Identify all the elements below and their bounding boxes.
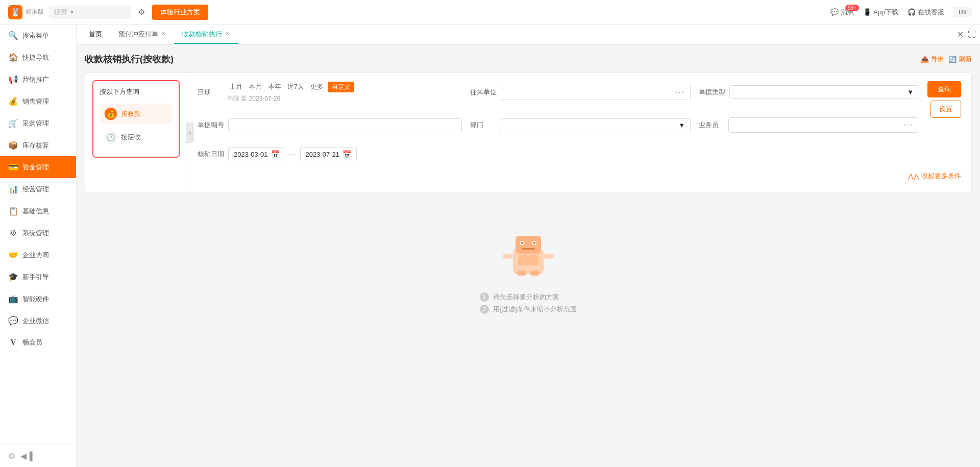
salesperson-select[interactable]: ··· [728, 117, 919, 133]
bill-no-input[interactable] [228, 118, 462, 132]
search-box[interactable]: 搜索 ▼ [49, 6, 131, 19]
calendar-start-icon[interactable]: 📅 [271, 150, 280, 158]
sidebar-item-inventory[interactable]: 📦 库存核算 [0, 134, 76, 156]
cart-icon: 🛒 [8, 118, 18, 128]
counterparty-label: 往来单位 [470, 88, 497, 97]
home-icon: 🏠 [8, 53, 18, 62]
page-title: 收款核销执行(按收款) [85, 53, 174, 65]
sidebar-item-marketing[interactable]: 📢 营销推广 [0, 68, 76, 90]
writeoff-end-value: 2023-07-21 [306, 151, 340, 158]
message-button[interactable]: 💬 消息 99+ [830, 8, 854, 17]
sidebar-item-operations[interactable]: 📊 经营管理 [0, 178, 76, 200]
brand-label: 标准版 [26, 8, 44, 16]
query-button[interactable]: 查询 [927, 81, 961, 97]
empty-illustration [500, 226, 556, 282]
bill-type-arrow-icon: ▼ [907, 88, 914, 96]
sidebar-item-basic-info[interactable]: 📋 基础信息 [0, 200, 76, 222]
writeoff-date-end-input[interactable]: 2023-07-21 📅 [300, 147, 357, 161]
sidebar-item-finance[interactable]: 💳 资金管理 [0, 156, 76, 178]
hint-num-1: 1 [480, 292, 489, 302]
sidebar-item-member[interactable]: V 畅会员 [0, 332, 76, 353]
receipt-option-icon: 💰 [105, 108, 117, 120]
date-7days[interactable]: 近7天 [285, 81, 306, 92]
counterparty-select[interactable]: ··· [501, 85, 691, 100]
sidebar-item-guide[interactable]: 🎓 新手引导 [0, 266, 76, 288]
date-this-month[interactable]: 本月 [247, 81, 264, 92]
user-label: Rit [959, 8, 967, 16]
setting-button[interactable]: 设置 [930, 101, 961, 118]
sidebar-item-label: 企业微信 [22, 316, 49, 326]
date-label: 日期 [198, 88, 223, 97]
svg-rect-6 [522, 248, 535, 250]
refresh-button[interactable]: 🔄 刷新 [948, 55, 972, 64]
tab-fullscreen-icon[interactable]: ⛶ [968, 30, 976, 39]
settings-bottom-icon[interactable]: ⚙ [8, 451, 15, 461]
service-icon: 🎧 [908, 8, 916, 16]
logo-icon: 🐰 [8, 5, 22, 19]
writeoff-start-value: 2023-03-01 [234, 151, 268, 158]
solution-button[interactable]: 体验行业方案 [152, 5, 208, 20]
page-header-actions: 📤 导出 🔄 刷新 [921, 55, 972, 64]
app-download-button[interactable]: 📱 App下载 [863, 8, 898, 17]
svg-point-4 [521, 242, 523, 244]
tab-bar: 首页 预付冲应付单 ✕ 收款核销执行 ✕ ✕ ⛶ [77, 24, 980, 45]
chart-icon: 📊 [8, 184, 18, 194]
hint-num-2: 2 [480, 305, 489, 314]
bill-type-select[interactable]: ▼ [729, 85, 919, 99]
sidebar-item-label: 系统管理 [22, 229, 49, 238]
calendar-end-icon[interactable]: 📅 [342, 150, 351, 158]
sidebar-item-label: 快捷导航 [22, 53, 49, 62]
filter-row-2: 单据编号 部门 ▼ [198, 117, 919, 133]
user-menu[interactable]: Rit [953, 7, 972, 17]
filter-option-by-receipt[interactable]: 💰 按收款 [100, 104, 173, 124]
search-icon: 🔍 [8, 31, 18, 40]
date-custom-badge[interactable]: 自定义 [328, 82, 354, 92]
date-last-month[interactable]: 上月 [227, 81, 244, 92]
filter-row-1: 日期 上月 本月 本年 近7天 更多 自定义 [198, 81, 919, 103]
collapse-sidebar-icon[interactable]: ◀▐ [20, 451, 32, 461]
collapse-filter-panel-button[interactable]: « [186, 122, 194, 143]
collapse-more-button[interactable]: ⋀⋀ 收起更多条件 [198, 168, 961, 184]
filter-option-receipt-label: 按收款 [121, 109, 141, 118]
svg-rect-11 [530, 271, 540, 276]
counterparty-field: 往来单位 ··· [470, 85, 691, 100]
svg-rect-8 [544, 254, 554, 259]
writeoff-date-start-input[interactable]: 2023-03-01 📅 [228, 147, 285, 161]
tab-home-label: 首页 [89, 30, 102, 39]
sidebar-item-label: 营销推广 [22, 75, 49, 84]
refresh-icon: 🔄 [948, 56, 957, 63]
sidebar-item-wechat[interactable]: 💬 企业微信 [0, 310, 76, 332]
tab-home[interactable]: 首页 [81, 26, 110, 44]
export-label: 导出 [931, 55, 944, 64]
date-this-year[interactable]: 本年 [266, 81, 283, 92]
filter-option-by-receivable[interactable]: 🕐 按应收 [100, 127, 173, 148]
sidebar-item-label: 畅会员 [22, 338, 42, 347]
top-bar-right: 💬 消息 99+ 📱 App下载 🎧 在线客服 Rit [830, 7, 972, 17]
salesperson-dots-icon: ··· [904, 120, 914, 130]
filter-options-border: 按以下方查询 💰 按收款 🕐 按应收 [92, 80, 180, 158]
sidebar-item-hardware[interactable]: 📺 智能硬件 [0, 288, 76, 310]
tab-prepay-close-icon[interactable]: ✕ [161, 31, 166, 37]
online-service-button[interactable]: 🎧 在线客服 [908, 8, 944, 17]
filter-left-panel: 按以下方查询 💰 按收款 🕐 按应收 « [85, 73, 187, 192]
sidebar-item-search-menu[interactable]: 🔍 搜索菜单 [0, 24, 76, 46]
export-button[interactable]: 📤 导出 [921, 55, 944, 64]
gear-icon[interactable]: ⚙ [138, 7, 145, 17]
sidebar-item-sales[interactable]: 💰 销售管理 [0, 90, 76, 112]
refresh-label: 刷新 [959, 55, 972, 64]
tab-receipt-writeoff[interactable]: 收款核销执行 ✕ [174, 26, 238, 44]
tab-receipt-writeoff-close-icon[interactable]: ✕ [225, 31, 230, 37]
sidebar-item-system[interactable]: ⚙ 系统管理 [0, 222, 76, 244]
tab-prepay[interactable]: 预付冲应付单 ✕ [110, 26, 174, 44]
sidebar-item-purchase[interactable]: 🛒 采购管理 [0, 112, 76, 134]
bill-type-field: 单据类型 ▼ [699, 85, 919, 99]
app-icon: 📱 [863, 8, 871, 16]
dept-select[interactable]: ▼ [500, 118, 691, 132]
date-field: 日期 上月 本月 本年 近7天 更多 自定义 [198, 81, 462, 103]
tab-close-all-icon[interactable]: ✕ [957, 30, 964, 39]
logo-area: 🐰 标准版 [8, 5, 44, 19]
sidebar-item-enterprise[interactable]: 🤝 企业协同 [0, 244, 76, 266]
sales-icon: 💰 [8, 96, 18, 106]
sidebar-item-quick-nav[interactable]: 🏠 快捷导航 [0, 46, 76, 68]
date-more[interactable]: 更多 [308, 81, 326, 92]
